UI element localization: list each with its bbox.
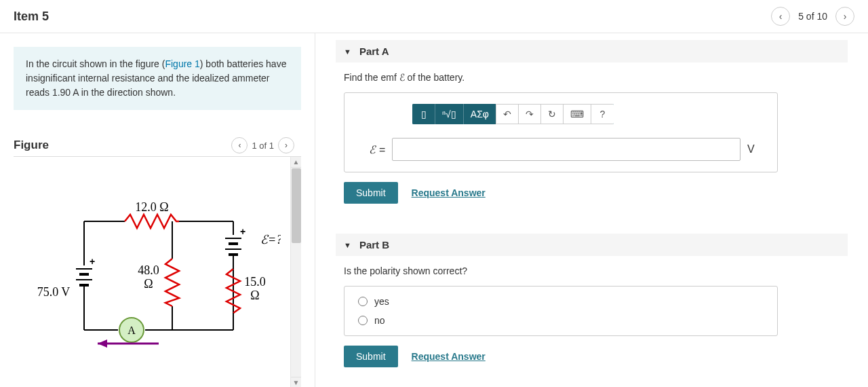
left-column: In the circuit shown in the figure (Figu… [0,33,315,387]
figure-header: Figure ‹ 1 of 1 › [14,137,301,153]
figure-scrollbar[interactable]: ▲ ▼ [290,157,301,387]
scroll-thumb[interactable] [292,168,301,243]
circuit-diagram: 12.0 Ω 48.0 Ω 15.0 Ω 75.0 V ℰ=? A + + [23,194,281,357]
part-b-title: Part B [359,239,389,251]
equation-toolbar: ▯ ⁿ√▯ ΑΣφ ↶ ↷ ↻ ⌨ ? [412,104,614,124]
option-no-label: no [374,315,385,326]
toolbar-greek-button[interactable]: ΑΣφ [464,104,496,124]
toolbar-keyboard-button[interactable]: ⌨ [563,104,591,124]
label-r-right: 15.0 [244,275,266,289]
option-yes-row[interactable]: yes [358,296,764,307]
svg-marker-22 [98,339,107,348]
prev-figure-button[interactable]: ‹ [231,137,248,153]
part-a-request-link[interactable]: Request Answer [412,187,486,198]
part-b-actions: Submit Request Answer [336,346,848,378]
label-r-mid: 48.0 [138,263,159,277]
figure-link[interactable]: Figure 1 [165,58,199,69]
emf-input[interactable] [392,138,741,161]
part-a-title: Part A [359,45,389,57]
label-r-top: 12.0 Ω [135,200,168,214]
right-column: ▼ Part A Find the emf ℰ of the battery. … [315,33,868,387]
part-b-request-link[interactable]: Request Answer [412,351,486,362]
option-yes-label: yes [374,296,389,307]
part-b-submit-button[interactable]: Submit [344,346,398,367]
label-r-right-unit: Ω [250,289,259,302]
part-a-answer-box: ▯ ⁿ√▯ ΑΣφ ↶ ↷ ↻ ⌨ ? ℰ = V [344,92,778,172]
part-b-prompt: Is the polarity shown correct? [336,265,848,286]
figure-position: 1 of 1 [252,141,274,151]
collapse-icon: ▼ [344,48,351,56]
next-item-button[interactable]: › [835,7,854,26]
scroll-up-icon[interactable]: ▲ [291,157,301,168]
figure-canvas: 12.0 Ω 48.0 Ω 15.0 Ω 75.0 V ℰ=? A + + [14,157,290,387]
page-header: Item 5 ‹ 5 of 10 › [0,0,868,33]
toolbar-undo-button[interactable]: ↶ [496,104,519,124]
problem-text-1: In the circuit shown in the figure ( [26,58,165,69]
label-r-mid-unit: Ω [144,277,153,291]
scroll-down-icon[interactable]: ▼ [291,377,301,387]
next-figure-button[interactable]: › [278,137,294,153]
item-position: 5 of 10 [795,11,830,22]
option-yes-radio[interactable] [358,297,368,306]
toolbar-root-button[interactable]: ⁿ√▯ [435,104,464,124]
main-content: In the circuit shown in the figure (Figu… [0,33,868,387]
toolbar-reset-button[interactable]: ↻ [540,104,564,124]
option-no-row[interactable]: no [358,315,764,326]
toolbar-templates-button[interactable]: ▯ [412,104,435,124]
answer-input-row: ℰ = V [358,138,764,161]
figure-nav: ‹ 1 of 1 › [231,137,294,153]
prev-item-button[interactable]: ‹ [771,7,790,26]
option-no-radio[interactable] [358,316,368,325]
figure-heading: Figure [14,139,49,152]
part-a-actions: Submit Request Answer [336,182,848,215]
eq-label: ℰ = [358,143,385,156]
part-b-options: yes no [344,286,778,336]
toolbar-help-button[interactable]: ? [591,104,614,124]
svg-text:+: + [240,226,245,237]
part-b-header[interactable]: ▼ Part B [336,234,848,256]
figure-area: 12.0 Ω 48.0 Ω 15.0 Ω 75.0 V ℰ=? A + + ▲ … [14,156,301,387]
item-title: Item 5 [14,10,49,24]
problem-statement: In the circuit shown in the figure (Figu… [14,47,301,110]
part-a-prompt: Find the emf ℰ of the battery. [336,72,848,92]
part-a-header[interactable]: ▼ Part A [336,40,848,62]
svg-text:+: + [90,256,95,267]
item-nav: ‹ 5 of 10 › [771,7,854,26]
part-b-section: ▼ Part B Is the polarity shown correct? … [336,234,848,378]
toolbar-redo-button[interactable]: ↷ [518,104,541,124]
part-a-submit-button[interactable]: Submit [344,182,398,204]
label-ammeter: A [127,325,136,336]
label-v-left: 75.0 V [37,285,71,299]
unit-label: V [747,143,764,155]
collapse-icon: ▼ [344,241,351,249]
label-emf: ℰ=? [260,233,281,246]
